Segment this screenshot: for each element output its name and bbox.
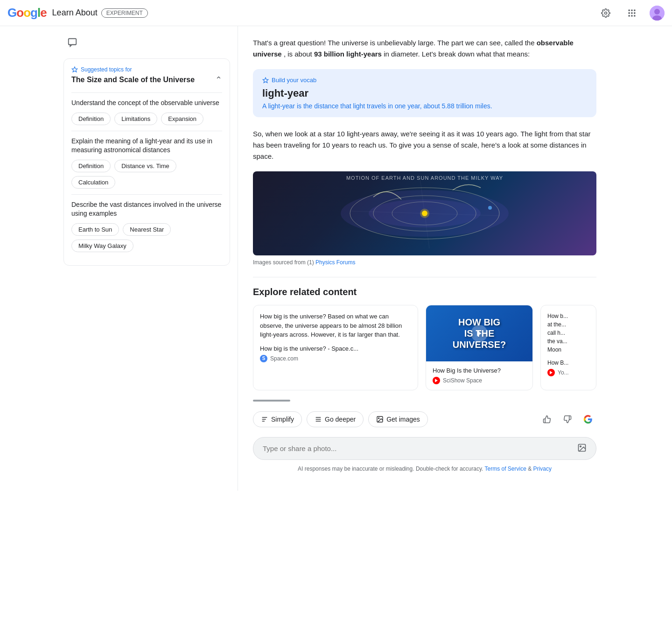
svg-rect-6 <box>634 12 635 14</box>
svg-marker-14 <box>72 67 77 72</box>
svg-rect-8 <box>631 15 632 16</box>
google-logo: Google <box>7 6 47 20</box>
svg-rect-13 <box>69 39 77 45</box>
tag-nearest-star[interactable]: Nearest Star <box>123 223 171 236</box>
go-deeper-button[interactable]: Go deeper <box>307 411 364 427</box>
chat-icon <box>67 37 77 48</box>
bottom-actions: Simplify Go deeper Get images <box>253 411 596 428</box>
scroll-indicator <box>253 400 596 402</box>
topic-2-tags: Definition Distance vs. Time Calculation <box>71 160 222 189</box>
get-images-button[interactable]: Get images <box>368 411 428 427</box>
svg-point-0 <box>605 12 607 14</box>
related-scroll[interactable]: How big is the universe? Based on what w… <box>253 305 596 396</box>
tag-definition-2[interactable]: Definition <box>71 160 111 172</box>
tag-expansion[interactable]: Expansion <box>161 113 203 125</box>
header-title: Learn About <box>52 8 98 18</box>
content-paragraph: So, when we look at a star 10 light-year… <box>253 128 596 162</box>
search-image-button[interactable] <box>577 443 587 454</box>
topic-3-tags: Earth to Sun Nearest Star Milky Way Gala… <box>71 223 222 252</box>
search-box <box>253 437 596 460</box>
related-card-3-title: How B... <box>547 360 589 366</box>
settings-button[interactable] <box>597 5 614 21</box>
svg-rect-3 <box>634 9 635 11</box>
main-layout: Suggested topics for The Size and Scale … <box>56 26 616 491</box>
svg-marker-28 <box>550 371 553 374</box>
avatar[interactable] <box>650 6 665 21</box>
svg-rect-9 <box>634 15 635 16</box>
grid-icon <box>627 8 637 18</box>
topic-section-2: Explain the meaning of a light-year and … <box>71 131 222 194</box>
terms-link[interactable]: Terms of Service <box>485 466 526 472</box>
svg-marker-27 <box>435 379 438 382</box>
physics-forums-link[interactable]: Physics Forums <box>315 259 355 266</box>
vocab-definition: A light-year is the distance that light … <box>262 102 587 110</box>
thumbs-up-button[interactable] <box>539 411 555 428</box>
thumbs-down-button[interactable] <box>559 411 576 428</box>
related-card-3-text: How b...at the...call h...the va...Moon <box>547 312 589 354</box>
tag-earth-to-sun[interactable]: Earth to Sun <box>71 223 119 236</box>
svg-marker-26 <box>477 331 481 336</box>
related-card-1[interactable]: How big is the universe? Based on what w… <box>253 305 418 390</box>
youtube-logo-2 <box>433 377 440 384</box>
suggested-label: Suggested topics for <box>71 66 222 73</box>
topic-title-2: Explain the meaning of a light-year and … <box>71 137 222 155</box>
tag-limitations[interactable]: Limitations <box>114 113 157 125</box>
topic-section-3: Describe the vast distances involved in … <box>71 194 222 258</box>
intro-paragraph: That's a great question! The universe is… <box>253 37 596 60</box>
related-card-3-source: Yo... <box>547 369 589 376</box>
space-com-logo: S <box>260 355 267 362</box>
explore-title: Explore related content <box>253 287 596 297</box>
image-caption: Images sourced from (1) Physics Forums <box>253 259 596 266</box>
related-card-1-source: S Space.com <box>260 355 411 362</box>
video-thumbnail: HOW BIGIS THEUNIVERSE? <box>426 305 532 361</box>
sparkle-icon <box>71 66 78 73</box>
apps-button[interactable] <box>623 5 640 21</box>
google-g-icon <box>583 415 593 424</box>
feedback-buttons <box>539 411 596 428</box>
vocab-card: Build your vocab light-year A light-year… <box>253 69 596 117</box>
header-icons <box>597 5 665 21</box>
simplify-icon <box>261 416 268 423</box>
tag-milky-way-galaxy[interactable]: Milky Way Galaxy <box>71 240 133 252</box>
svg-point-23 <box>488 206 492 210</box>
search-input[interactable] <box>263 445 577 452</box>
svg-rect-7 <box>629 15 630 16</box>
svg-marker-15 <box>263 78 268 83</box>
collapse-button[interactable]: ⌃ <box>215 75 222 85</box>
google-g-button[interactable] <box>580 411 596 428</box>
related-card-2-title: How Big Is the Universe? <box>433 367 526 374</box>
vocab-term: light-year <box>262 87 587 99</box>
space-image: MOTION OF EARTH AND SUN AROUND THE MILKY… <box>253 171 596 255</box>
suggested-topics-card: Suggested topics for The Size and Scale … <box>63 58 230 266</box>
suggested-topics-title: The Size and Scale of the Universe ⌃ <box>71 75 222 85</box>
topic-1-tags: Definition Limitations Expansion <box>71 113 222 125</box>
content-area: That's a great question! The universe is… <box>238 26 611 491</box>
tag-calculation[interactable]: Calculation <box>71 176 115 189</box>
header: Google Learn About EXPERIMENT <box>0 0 672 26</box>
svg-point-38 <box>580 446 581 447</box>
topic-title-3: Describe the vast distances involved in … <box>71 200 222 219</box>
sidebar: Suggested topics for The Size and Scale … <box>56 26 238 491</box>
chat-sidebar-button[interactable] <box>63 34 81 53</box>
experiment-badge: EXPERIMENT <box>101 8 148 18</box>
related-card-3[interactable]: How b...at the...call h...the va...Moon … <box>540 305 596 390</box>
related-card-2[interactable]: HOW BIGIS THEUNIVERSE? How Big Is the Un… <box>426 305 533 390</box>
svg-point-36 <box>378 418 379 419</box>
tag-distance-vs-time[interactable]: Distance vs. Time <box>114 160 176 172</box>
explore-section: Explore related content How big is the u… <box>253 287 596 402</box>
topic-section-1: Understand the concept of the observable… <box>71 92 222 131</box>
tag-definition-1[interactable]: Definition <box>71 113 111 125</box>
scroll-bar <box>253 400 290 402</box>
related-card-1-text: How big is the universe? Based on what w… <box>260 312 411 339</box>
book-icon <box>262 77 269 84</box>
thumbs-down-icon <box>563 415 572 423</box>
topic-title-1: Understand the concept of the observable… <box>71 99 222 108</box>
privacy-link[interactable]: Privacy <box>533 466 552 472</box>
divider <box>253 277 596 277</box>
gear-icon <box>601 8 610 18</box>
image-icon <box>376 416 384 423</box>
simplify-button[interactable]: Simplify <box>253 411 302 427</box>
vocab-label: Build your vocab <box>262 77 587 84</box>
thumbs-up-icon <box>543 415 551 423</box>
play-icon <box>471 325 488 342</box>
